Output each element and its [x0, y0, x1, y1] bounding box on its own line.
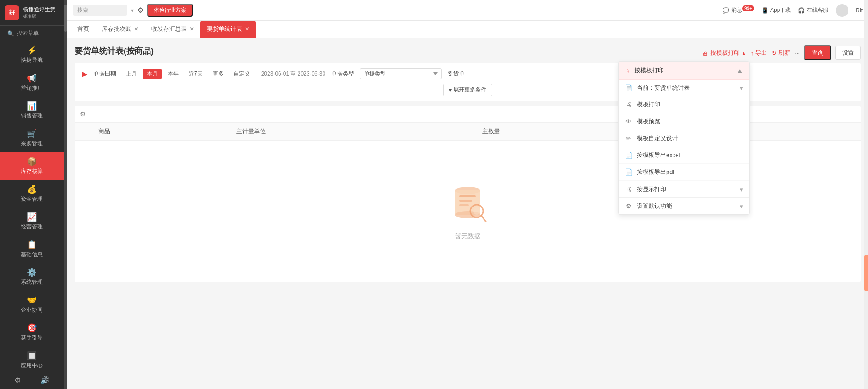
- topbar-search[interactable]: 搜索: [73, 5, 127, 16]
- tab-demand-stats[interactable]: 要货单统计表 ✕: [200, 21, 256, 38]
- expand-button[interactable]: ▾ 展开更多条件: [443, 84, 492, 96]
- date-range-text: 2023-06-01 至 2023-06-30: [261, 70, 325, 78]
- sidebar-scrollbar[interactable]: [64, 0, 67, 389]
- tab-inventory-batch-label: 库存批次账: [102, 25, 131, 33]
- system-icon: ⚙️: [27, 268, 37, 278]
- purchase-icon: 🛒: [27, 129, 37, 139]
- operation-icon: 📈: [27, 212, 37, 222]
- doc-type-select[interactable]: 单据类型: [360, 68, 442, 79]
- username-label: Rit: [856, 7, 863, 14]
- dropdown-section-set-default[interactable]: ⚙ 设置默认功能 ▾: [619, 197, 749, 214]
- inventory-icon: 📦: [27, 157, 37, 167]
- dropdown-close-icon[interactable]: ▲: [737, 67, 743, 74]
- date-btn-last-7-days[interactable]: 近7天: [185, 69, 207, 79]
- svg-rect-4: [459, 200, 472, 202]
- sidebar-item-quick-nav[interactable]: ⚡ 快捷导航: [0, 41, 64, 69]
- print-chevron-icon[interactable]: ▲: [742, 51, 746, 56]
- sidebar-item-finance[interactable]: 💰 资金管理: [0, 180, 64, 207]
- user-avatar[interactable]: [836, 4, 848, 17]
- topbar-actions: 💬 消息 99+ 📱 App下载 🎧 在线客服 Rit: [723, 4, 863, 17]
- sidebar-item-purchase[interactable]: 🛒 采购管理: [0, 124, 64, 152]
- refresh-action[interactable]: ↻ 刷新: [772, 49, 790, 57]
- message-badge: 99+: [742, 5, 754, 11]
- sidebar-logo: 好 畅捷通好生意 标准版: [0, 0, 64, 26]
- settings-bottom-icon[interactable]: ⚙: [15, 376, 21, 384]
- topbar-search-text: 搜索: [77, 7, 88, 13]
- sidebar-bottom: ⚙ 🔊: [0, 371, 64, 389]
- trial-button[interactable]: 体验行业方案: [147, 4, 193, 17]
- tab-demand-stats-close[interactable]: ✕: [245, 26, 249, 32]
- dropdown-item-template-custom[interactable]: ✏ 模板自定义设计: [619, 130, 749, 147]
- right-scrollbar[interactable]: [864, 0, 868, 389]
- topbar-gear-icon[interactable]: ⚙: [137, 6, 144, 15]
- tab-receivable-summary-label: 收发存汇总表: [151, 25, 187, 33]
- sidebar-item-operation[interactable]: 📈 经营管理: [0, 207, 64, 235]
- sidebar-item-marketing[interactable]: 📢 营销推广: [0, 69, 64, 96]
- template-current-icon: 📄: [625, 84, 632, 91]
- expand-label: 展开更多条件: [454, 86, 486, 94]
- dropdown-item-export-pdf[interactable]: 📄 按模板导出pdf: [619, 164, 749, 181]
- dropdown-title: 按模板打印: [634, 66, 664, 75]
- tab-maximize-icon[interactable]: ⛶: [853, 25, 861, 34]
- print-label: 按模板打印: [710, 49, 740, 57]
- page-actions: 🖨 按模板打印 ▲ ↑ 导出 ↻ 刷新 ··· 查询 设置: [703, 45, 861, 60]
- template-custom-label: 模板自定义设计: [637, 134, 678, 142]
- tab-receivable-summary-close[interactable]: ✕: [190, 26, 194, 32]
- app-download-action[interactable]: 📱 App下载: [762, 6, 791, 14]
- sidebar-item-label: 库存核算: [21, 167, 43, 175]
- export-action[interactable]: ↑ 导出: [751, 49, 768, 57]
- sidebar-item-inventory[interactable]: 📦 库存核算: [0, 152, 64, 180]
- print-action[interactable]: 🖨 按模板打印 ▲: [703, 49, 746, 57]
- dropdown-header: 🖨 按模板打印 ▲: [619, 62, 749, 80]
- tab-minimize-icon[interactable]: —: [843, 25, 850, 34]
- export-icon: ↑: [751, 50, 754, 56]
- date-btn-current-month[interactable]: 本月: [143, 69, 162, 79]
- col-product: 商品: [93, 123, 231, 141]
- app-logo-icon: 好: [5, 5, 19, 20]
- speaker-icon[interactable]: 🔊: [40, 376, 50, 384]
- tab-receivable-summary[interactable]: 收发存汇总表 ✕: [145, 21, 200, 38]
- date-btn-more[interactable]: 更多: [209, 69, 228, 79]
- sidebar-nav: ⚡ 快捷导航 📢 营销推广 📊 销售管理 🛒 采购管理 📦 库存核算 💰 资金管…: [0, 41, 64, 371]
- app-center-icon: 🔲: [27, 351, 37, 361]
- filter-expand-icon[interactable]: ▶: [82, 70, 87, 78]
- dropdown-current-arrow: ▾: [740, 85, 743, 91]
- sidebar-item-guide[interactable]: 🎯 新手引导: [0, 318, 64, 346]
- tab-home[interactable]: 首页: [71, 21, 95, 38]
- settings-button[interactable]: 设置: [835, 46, 861, 60]
- svg-line-7: [481, 216, 486, 222]
- refresh-label: 刷新: [778, 49, 790, 57]
- empty-text: 暂无数据: [455, 232, 480, 241]
- sidebar-item-label: 资金管理: [21, 195, 43, 203]
- display-print-icon: 🖨: [625, 186, 632, 193]
- message-action[interactable]: 💬 消息 99+: [723, 6, 754, 14]
- app-download-label: App下载: [770, 6, 791, 14]
- app-version: 标准版: [23, 13, 55, 20]
- dropdown-section-display-print[interactable]: 🖨 按显示打印 ▾: [619, 181, 749, 197]
- dropdown-current-template[interactable]: 📄 当前：要货单统计表 ▾: [619, 80, 749, 96]
- sidebar-search[interactable]: 🔍 搜索菜单: [0, 26, 64, 41]
- sidebar-item-sales[interactable]: 📊 销售管理: [0, 96, 64, 124]
- query-button[interactable]: 查询: [804, 45, 831, 60]
- sidebar-item-enterprise[interactable]: 🤝 企业协同: [0, 291, 64, 318]
- topbar-chevron-icon[interactable]: ▾: [131, 7, 134, 14]
- more-icon[interactable]: ···: [795, 50, 800, 56]
- current-template-label: 当前：要货单统计表: [637, 84, 690, 92]
- date-btn-last-month[interactable]: 上月: [122, 69, 141, 79]
- dropdown-item-template-print[interactable]: 🖨 模板打印: [619, 96, 749, 113]
- sales-icon: 📊: [27, 101, 37, 111]
- sidebar-item-system[interactable]: ⚙️ 系统管理: [0, 263, 64, 291]
- date-btn-current-year[interactable]: 本年: [164, 69, 183, 79]
- online-service-action[interactable]: 🎧 在线客服: [798, 6, 828, 14]
- tabs-right: — ⛶: [843, 21, 864, 38]
- sidebar-item-basic[interactable]: 📋 基础信息: [0, 235, 64, 263]
- dropdown-item-template-preview[interactable]: 👁 模板预览: [619, 113, 749, 130]
- table-settings-icon[interactable]: ⚙: [80, 111, 86, 118]
- sidebar-item-app-center[interactable]: 🔲 应用中心: [0, 346, 64, 371]
- set-default-arrow: ▾: [740, 203, 743, 210]
- dropdown-item-export-excel[interactable]: 📄 按模板导出excel: [619, 147, 749, 164]
- main-area: 搜索 ▾ ⚙ 体验行业方案 💬 消息 99+ 📱 App下载 🎧 在线客服 Ri…: [67, 0, 868, 389]
- tab-inventory-batch-close[interactable]: ✕: [134, 26, 139, 32]
- date-btn-custom[interactable]: 自定义: [229, 69, 254, 79]
- tab-inventory-batch[interactable]: 库存批次账 ✕: [95, 21, 145, 38]
